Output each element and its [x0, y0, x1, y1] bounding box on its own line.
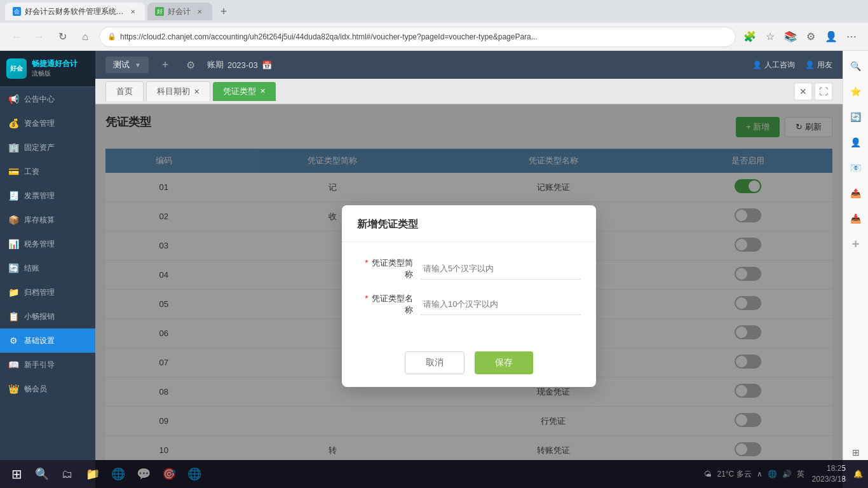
sidebar-item-inventory[interactable]: 📦 库存核算: [0, 208, 95, 232]
help-button[interactable]: 👤 人工咨询: [752, 60, 795, 71]
period-value: 2023-03: [227, 60, 258, 70]
add-org-button[interactable]: +: [156, 56, 174, 74]
right-panel-add[interactable]: +: [846, 234, 866, 254]
reload-button[interactable]: ↻: [53, 28, 71, 46]
tab-subject-label: 科目期初: [157, 86, 190, 97]
tab-close-window[interactable]: ✕: [794, 83, 812, 100]
expense-icon: 📋: [8, 311, 19, 322]
new-tab-button[interactable]: +: [215, 3, 233, 20]
right-panel-star[interactable]: ⭐: [846, 81, 866, 102]
right-panel-share[interactable]: 📤: [846, 183, 866, 203]
save-button[interactable]: 保存: [475, 351, 533, 374]
collections-button[interactable]: 📚: [782, 28, 799, 46]
sidebar-item-salary[interactable]: 💳 工资: [0, 159, 95, 184]
taskbar-search[interactable]: 🔍: [31, 463, 53, 485]
notification-icon[interactable]: 🔔: [853, 470, 863, 478]
org-selector[interactable]: 测试 ▼: [105, 57, 149, 73]
tab-close-2[interactable]: ✕: [194, 6, 205, 17]
org-name: 测试: [113, 59, 130, 71]
right-panel: 🔍 ⭐ 🔄 👤 📧 📤 📥 + ⊞ ⚙: [843, 51, 868, 488]
sidebar-label-settlement: 结账: [24, 263, 39, 274]
tab-subject[interactable]: 科目期初 ✕: [146, 81, 210, 101]
user-button[interactable]: 👤 用友: [805, 60, 832, 71]
tab-favicon-1: 会: [13, 7, 21, 16]
sidebar-item-settings[interactable]: ⚙ 基础设置: [0, 329, 95, 353]
sidebar-item-settlement[interactable]: 🔄 结账: [0, 256, 95, 280]
sidebar-item-expense[interactable]: 📋 小畅报销: [0, 304, 95, 329]
sidebar-label-salary: 工资: [24, 166, 39, 177]
profile-button[interactable]: 👤: [822, 28, 840, 46]
modal-footer: 取消 保存: [342, 344, 596, 387]
label-text-abbr: 凭证类型简称: [372, 258, 413, 279]
tab-close-1[interactable]: ✕: [128, 6, 137, 17]
modal-overlay: 新增凭证类型 * 凭证类型简称 * 凭证类型名称: [95, 104, 843, 488]
sidebar-label-archive: 归档管理: [24, 287, 55, 298]
tab-subject-close[interactable]: ✕: [194, 88, 200, 96]
tab-title-2: 好会计: [168, 6, 191, 17]
sidebar-item-archive[interactable]: 📁 归档管理: [0, 280, 95, 304]
inventory-icon: 📦: [8, 214, 19, 226]
right-panel-search[interactable]: 🔍: [846, 56, 866, 76]
period-info: 账期 2023-03 📅: [207, 59, 272, 71]
sidebar-item-fixed-assets[interactable]: 🏢 固定资产: [0, 135, 95, 159]
cancel-button[interactable]: 取消: [405, 351, 465, 374]
tab-voucher-type[interactable]: 凭证类型 ✕: [213, 82, 276, 101]
sidebar-label-funds: 资金管理: [24, 118, 55, 129]
right-panel-download[interactable]: 📥: [846, 208, 866, 229]
browser-tab-1[interactable]: 会 好会计云财务软件管理系统_会计 ✕: [5, 3, 145, 20]
sidebar-item-funds[interactable]: 💰 资金管理: [0, 111, 95, 135]
home-button[interactable]: ⌂: [76, 28, 94, 46]
tab-home[interactable]: 首页: [105, 81, 144, 101]
start-button[interactable]: ⊞: [5, 463, 28, 485]
extensions-button[interactable]: 🧩: [741, 28, 759, 46]
tab-bar: 会 好会计云财务软件管理系统_会计 ✕ 好 好会计 ✕ +: [0, 0, 868, 23]
guide-icon: 📖: [8, 359, 19, 370]
modal-body: * 凭证类型简称 * 凭证类型名称: [342, 242, 596, 344]
header-settings-button[interactable]: ⚙: [182, 56, 200, 74]
form-label-name: * 凭证类型名称: [357, 293, 421, 316]
logo-text-group: 畅捷通好合计 流畅版: [32, 59, 78, 78]
input-abbr[interactable]: [421, 258, 581, 280]
tab-controls: ✕ ⛶: [794, 83, 832, 100]
tab-voucher-type-close[interactable]: ✕: [260, 87, 266, 95]
settings-button[interactable]: ⚙: [802, 28, 820, 46]
page-tabs: 首页 科目期初 ✕ 凭证类型 ✕ ✕ ⛶: [95, 79, 843, 104]
header-actions: 👤 人工咨询 👤 用友: [752, 60, 832, 71]
logo-badge: 流畅版: [32, 69, 78, 78]
sidebar-item-announcements[interactable]: 📢 公告中心: [0, 87, 95, 111]
right-panel-outlook[interactable]: 📧: [846, 158, 866, 178]
sidebar-item-tax[interactable]: 📊 税务管理: [0, 232, 95, 256]
more-button[interactable]: ⋯: [843, 28, 860, 46]
right-panel-sync[interactable]: 🔄: [846, 107, 866, 127]
tab-voucher-type-label: 凭证类型: [223, 86, 256, 97]
input-name[interactable]: [421, 294, 581, 315]
back-button[interactable]: ←: [8, 28, 25, 46]
sidebar-item-guide[interactable]: 📖 新手引导: [0, 353, 95, 377]
sidebar-logo: 好会 畅捷通好合计 流畅版: [0, 51, 95, 87]
sidebar-label-invoices: 发票管理: [24, 191, 55, 201]
sidebar-item-invoices[interactable]: 🧾 发票管理: [0, 184, 95, 208]
salary-icon: 💳: [8, 166, 19, 177]
sidebar-label-tax: 税务管理: [24, 239, 55, 250]
sidebar-label-fixed-assets: 固定资产: [24, 142, 55, 153]
sidebar-label-member: 畅会员: [24, 384, 47, 395]
main-area: 测试 ▼ + ⚙ 账期 2023-03 📅 👤 人工咨询 👤 用友: [95, 51, 843, 488]
browser-actions: 🧩 ☆ 📚 ⚙ 👤 ⋯: [741, 28, 860, 46]
content-area: 凭证类型 + 新增 ↻ 刷新 编码 凭证类型简称 凭证类型名称 是否启用: [95, 104, 843, 488]
start-icon: ⊞: [11, 466, 22, 482]
right-panel-user[interactable]: 👤: [846, 132, 866, 152]
url-bar[interactable]: 🔒 https://cloud2.chanjet.com/accounting/…: [99, 27, 736, 47]
url-text: https://cloud2.chanjet.com/accounting/uh…: [120, 32, 728, 41]
favorites-button[interactable]: ☆: [761, 28, 779, 46]
logo-icon: 好会: [6, 58, 27, 79]
form-row-abbr: * 凭证类型简称: [357, 257, 581, 280]
announcements-icon: 📢: [8, 93, 19, 105]
browser-tab-2[interactable]: 好 好会计 ✕: [147, 3, 212, 20]
tab-maximize-window[interactable]: ⛶: [815, 83, 832, 100]
funds-icon: 💰: [8, 118, 19, 129]
modal-title: 新增凭证类型: [342, 205, 596, 242]
taskbar-taskview[interactable]: 🗂: [56, 463, 79, 485]
forward-button[interactable]: →: [31, 28, 48, 46]
label-text-name: 凭证类型名称: [372, 294, 413, 315]
sidebar-item-member[interactable]: 👑 畅会员: [0, 377, 95, 401]
